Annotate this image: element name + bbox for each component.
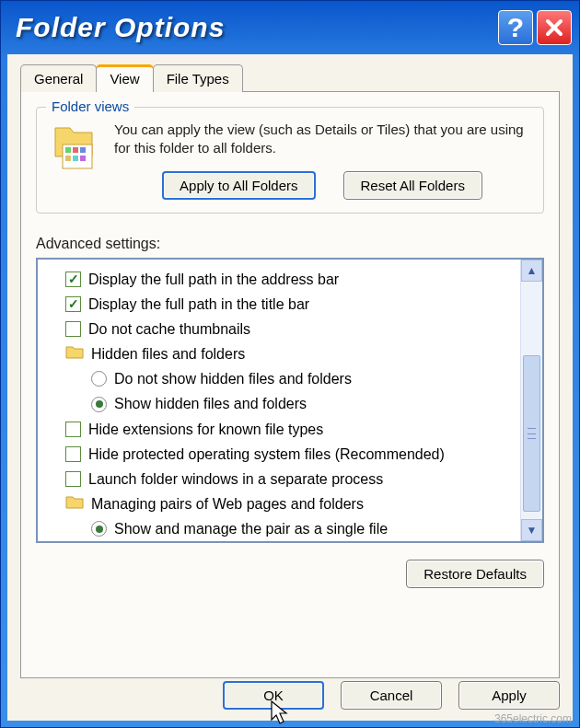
advanced-settings-box: Display the full path in the address bar… (36, 258, 544, 543)
radio[interactable] (91, 397, 107, 412)
svg-rect-4 (65, 156, 71, 161)
checkbox[interactable] (65, 296, 81, 312)
tree-row[interactable]: Do not show hidden files and folders (43, 366, 515, 391)
tab-content-view: Folder views You can apply the view (suc… (20, 91, 560, 678)
tree-label: Do not show hidden files and folders (114, 368, 352, 389)
folder-views-group: Folder views You can apply the view (suc… (36, 107, 544, 214)
folder-icon (65, 493, 84, 514)
close-icon[interactable] (537, 10, 572, 45)
tree-row[interactable]: Hidden files and folders (43, 341, 515, 366)
checkbox[interactable] (65, 272, 81, 287)
tree-label: Managing pairs of Web pages and folders (91, 493, 364, 514)
checkbox[interactable] (65, 422, 81, 437)
tree-row[interactable]: Do not cache thumbnails (43, 317, 515, 341)
folder-icon (65, 343, 84, 364)
tree-row[interactable]: Hide extensions for known file types (43, 417, 515, 442)
advanced-tree[interactable]: Display the full path in the address bar… (38, 260, 520, 541)
tree-row[interactable]: Show hidden files and folders (43, 391, 515, 416)
window-title: Folder Options (16, 12, 225, 43)
scroll-down-icon[interactable]: ▼ (521, 519, 542, 541)
tree-label: Display the full path in the title bar (88, 294, 309, 315)
tree-row[interactable]: Managing pairs of Web pages and folders (43, 491, 515, 516)
titlebar-buttons: ? (498, 10, 572, 45)
folder-views-title: Folder views (46, 98, 134, 114)
tree-row[interactable]: Display the full path in the address bar (43, 267, 515, 292)
radio[interactable] (91, 521, 107, 537)
svg-rect-3 (80, 147, 86, 153)
scroll-up-icon[interactable]: ▲ (521, 260, 542, 282)
svg-rect-5 (73, 156, 78, 161)
tab-general[interactable]: General (20, 64, 97, 92)
tree-label: Do not cache thumbnails (88, 318, 250, 340)
tab-view[interactable]: View (96, 64, 153, 92)
scroll-track[interactable] (521, 282, 542, 519)
tree-label: Hidden files and folders (91, 343, 245, 364)
tree-row[interactable]: Launch folder windows in a separate proc… (43, 467, 515, 491)
apply-to-all-folders-button[interactable]: Apply to All Folders (162, 171, 315, 200)
tab-file-types[interactable]: File Types (153, 64, 243, 92)
tree-label: Display the full path in the address bar (88, 269, 339, 290)
tab-row: General View File Types (20, 64, 560, 92)
tree-row[interactable]: Hide protected operating system files (R… (43, 442, 515, 467)
watermark: 365electric.com (494, 712, 572, 725)
dialog-window: Folder Options ? General View File Types… (0, 0, 580, 728)
tree-label: Show and manage the pair as a single fil… (114, 518, 388, 539)
svg-rect-1 (65, 147, 71, 153)
client-area: General View File Types Folder views (7, 54, 573, 721)
checkbox[interactable] (65, 446, 81, 462)
titlebar: Folder Options ? (1, 1, 579, 54)
ok-button[interactable]: OK (223, 681, 324, 710)
checkbox[interactable] (65, 321, 81, 337)
dialog-button-row: OK Cancel Apply (223, 681, 560, 710)
scrollbar[interactable]: ▲ ▼ (520, 260, 542, 541)
tree-label: Show hidden files and folders (114, 393, 307, 414)
scroll-thumb[interactable] (523, 355, 540, 512)
checkbox[interactable] (65, 471, 81, 487)
tree-label: Hide extensions for known file types (88, 419, 323, 440)
cancel-button[interactable]: Cancel (341, 681, 442, 710)
advanced-settings-label: Advanced settings: (36, 236, 544, 252)
svg-rect-6 (80, 156, 86, 161)
apply-button[interactable]: Apply (458, 681, 560, 710)
help-icon[interactable]: ? (498, 10, 533, 45)
radio[interactable] (91, 371, 107, 387)
restore-defaults-button[interactable]: Restore Defaults (406, 560, 544, 588)
tree-row[interactable]: Show and manage the pair as a single fil… (43, 516, 515, 540)
tree-label: Launch folder windows in a separate proc… (88, 468, 383, 490)
reset-all-folders-button[interactable]: Reset All Folders (343, 171, 482, 200)
tree-label: Hide protected operating system files (R… (88, 444, 445, 465)
folder-views-icon (50, 121, 103, 200)
tree-row[interactable]: Display the full path in the title bar (43, 292, 515, 317)
svg-rect-2 (73, 147, 78, 153)
folder-views-text: You can apply the view (such as Details … (114, 121, 530, 158)
